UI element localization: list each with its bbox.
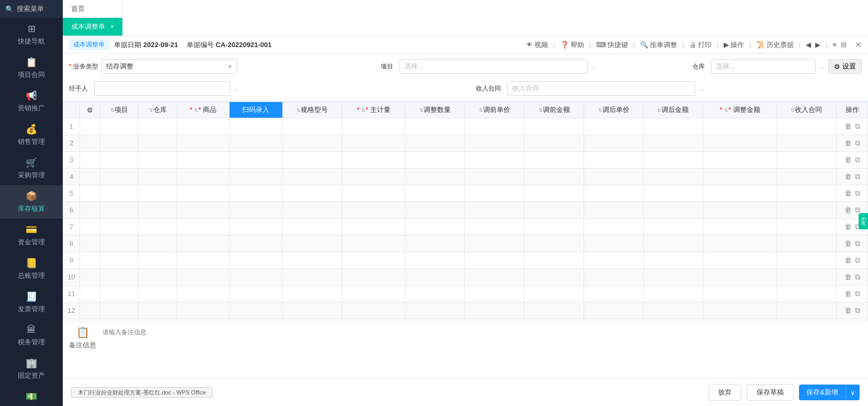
cell-warehouse-11[interactable] — [139, 286, 177, 302]
cell-before_amount-9[interactable] — [524, 252, 584, 269]
cell-spec-7[interactable] — [282, 219, 342, 235]
cell-scan-11[interactable] — [230, 286, 282, 302]
cell-before_amount-8[interactable] — [524, 235, 584, 252]
cell-settings-3[interactable] — [80, 152, 100, 168]
cell-project-4[interactable] — [100, 168, 139, 185]
cell-after_price-9[interactable] — [584, 252, 644, 269]
cell-unit-3[interactable] — [342, 152, 405, 168]
review-action[interactable]: 🔍 按单调整 — [640, 40, 677, 50]
cell-adjust_qty-11[interactable] — [405, 286, 465, 302]
shortcut-action[interactable]: ⌨ 快捷键 — [596, 40, 628, 50]
nav-next[interactable]: ▶ — [815, 41, 820, 49]
save-new-btn[interactable]: 保存&新增 — [799, 385, 846, 400]
cell-scan-10[interactable] — [230, 269, 282, 286]
row-delete-11[interactable]: 🗑 — [844, 289, 852, 298]
view-action[interactable]: 👁 视频 — [526, 40, 548, 50]
cell-adjust_amount-3[interactable] — [703, 152, 776, 168]
operate-action[interactable]: ▶ 操作 — [724, 40, 744, 50]
col-header-settings[interactable]: ⚙ — [80, 102, 100, 118]
cell-project-10[interactable] — [100, 269, 139, 286]
cell-settings-1[interactable] — [80, 118, 100, 135]
cell-spec-11[interactable] — [282, 286, 342, 302]
history-action[interactable]: 📜 历史票据 — [757, 40, 794, 50]
cell-adjust_amount-4[interactable] — [703, 168, 776, 185]
row-copy-11[interactable]: ⧉ — [855, 289, 860, 298]
cell-warehouse-4[interactable] — [139, 168, 177, 185]
cell-after_price-8[interactable] — [584, 235, 644, 252]
sidebar-item-project-contract[interactable]: 📋项目合同 — [0, 51, 63, 85]
cell-after_amount-10[interactable] — [644, 269, 703, 286]
cell-adjust_amount-11[interactable] — [703, 286, 776, 302]
cell-adjust_amount-13[interactable] — [703, 319, 776, 322]
cell-after_price-5[interactable] — [584, 185, 644, 202]
cell-before_price-11[interactable] — [465, 286, 524, 302]
cell-product-5[interactable] — [177, 185, 229, 202]
cell-income_contract-1[interactable] — [776, 118, 836, 135]
cell-after_amount-12[interactable] — [644, 302, 703, 319]
row-copy-8[interactable]: ⧉ — [855, 239, 860, 247]
right-edge-indicator[interactable]: Ear — [859, 213, 868, 230]
cell-settings-9[interactable] — [80, 252, 100, 269]
cell-product-7[interactable] — [177, 219, 229, 235]
tab-home[interactable]: 首页 — [63, 0, 123, 18]
cell-adjust_amount-6[interactable] — [703, 202, 776, 219]
sidebar-item-finance[interactable]: 💳资金管理 — [0, 219, 63, 252]
cell-after_amount-8[interactable] — [644, 235, 703, 252]
project-input[interactable]: 选择... — [399, 59, 588, 74]
cell-after_amount-6[interactable] — [644, 202, 703, 219]
row-delete-9[interactable]: 🗑 — [844, 256, 852, 264]
cell-settings-13[interactable] — [80, 319, 100, 322]
cell-adjust_qty-9[interactable] — [405, 252, 465, 269]
sidebar-item-quick-nav[interactable]: ⊞快捷导航 — [0, 18, 63, 51]
cell-unit-1[interactable] — [342, 118, 405, 135]
cell-before_amount-10[interactable] — [524, 269, 584, 286]
cell-before_amount-12[interactable] — [524, 302, 584, 319]
cell-settings-4[interactable] — [80, 168, 100, 185]
sidebar-item-ledger[interactable]: 📒总账管理 — [0, 252, 63, 286]
cell-actions-13[interactable]: 🗑⧉ — [837, 319, 868, 322]
row-delete-4[interactable]: 🗑 — [844, 172, 852, 181]
cell-settings-2[interactable] — [80, 135, 100, 152]
cell-adjust_amount-8[interactable] — [703, 235, 776, 252]
row-delete-6[interactable]: 🗑 — [844, 206, 852, 214]
row-delete-8[interactable]: 🗑 — [844, 239, 852, 247]
cell-adjust_amount-12[interactable] — [703, 302, 776, 319]
cell-actions-10[interactable]: 🗑⧉ — [837, 269, 868, 286]
view-list2[interactable]: ⊟ — [841, 41, 847, 49]
cell-warehouse-9[interactable] — [139, 252, 177, 269]
cell-unit-7[interactable] — [342, 219, 405, 235]
cell-before_amount-1[interactable] — [524, 118, 584, 135]
cell-scan-2[interactable] — [230, 135, 282, 152]
cell-before_price-6[interactable] — [465, 202, 524, 219]
cell-product-11[interactable] — [177, 286, 229, 302]
cell-adjust_amount-9[interactable] — [703, 252, 776, 269]
cell-actions-12[interactable]: 🗑⧉ — [837, 302, 868, 319]
cell-adjust_qty-6[interactable] — [405, 202, 465, 219]
cell-product-4[interactable] — [177, 168, 229, 185]
cell-warehouse-5[interactable] — [139, 185, 177, 202]
cell-unit-11[interactable] — [342, 286, 405, 302]
cell-before_amount-7[interactable] — [524, 219, 584, 235]
cell-spec-8[interactable] — [282, 235, 342, 252]
cell-unit-9[interactable] — [342, 252, 405, 269]
cell-project-2[interactable] — [100, 135, 139, 152]
cell-adjust_amount-10[interactable] — [703, 269, 776, 286]
cell-project-7[interactable] — [100, 219, 139, 235]
discard-btn[interactable]: 放弃 — [708, 384, 741, 401]
cell-unit-13[interactable] — [342, 319, 405, 322]
cell-project-13[interactable] — [100, 319, 139, 322]
cell-income_contract-9[interactable] — [776, 252, 836, 269]
cell-after_price-1[interactable] — [584, 118, 644, 135]
cell-income_contract-8[interactable] — [776, 235, 836, 252]
cell-income_contract-13[interactable] — [776, 319, 836, 322]
cell-adjust_qty-1[interactable] — [405, 118, 465, 135]
cell-before_amount-3[interactable] — [524, 152, 584, 168]
cell-adjust_amount-5[interactable] — [703, 185, 776, 202]
cell-adjust_qty-13[interactable] — [405, 319, 465, 322]
cell-scan-7[interactable] — [230, 219, 282, 235]
cell-scan-3[interactable] — [230, 152, 282, 168]
cell-spec-12[interactable] — [282, 302, 342, 319]
cell-before_price-8[interactable] — [465, 235, 524, 252]
cell-warehouse-13[interactable] — [139, 319, 177, 322]
cell-after_price-2[interactable] — [584, 135, 644, 152]
